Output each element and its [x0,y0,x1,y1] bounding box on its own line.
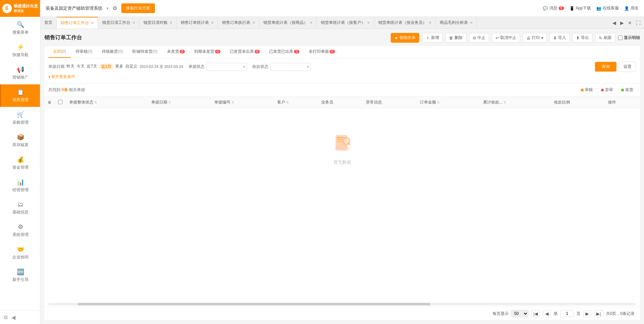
expand-button[interactable]: ▾ 展开更多条件 [48,74,636,80]
date-opt-more[interactable]: 更多 [115,64,123,70]
next-page-button[interactable]: ▶ [583,310,591,317]
table-scroll-area[interactable]: ⚙ 单据整体状态⇅ 单据日期⇅ 单据编号⇅ 客户⇅ 业务员 异常信息 订单金额⇅… [44,97,640,301]
filter-settings-button[interactable]: 设置 [619,62,636,72]
add-button[interactable]: ＋ 新增 [422,33,443,43]
tabs-fullscreen-icon[interactable]: ⛶ [635,19,642,26]
sort-icon[interactable]: ⇅ [437,101,440,104]
sidebar-item-operation[interactable]: 📊 经营管理 [0,174,40,197]
export-button[interactable]: ⬆ 导出 [572,33,593,43]
tabs-prev-icon[interactable]: ◀ [611,19,617,26]
stop-button[interactable]: ⊘ 中止 [469,33,489,43]
import-button[interactable]: ⬇ 导入 [550,33,570,43]
sidebar-item-sales[interactable]: 📋 销售管理 [0,84,40,107]
ship-button[interactable]: 发货 [618,86,636,94]
tab-home[interactable]: 首页 [40,17,57,29]
sidebar-item-purchase[interactable]: 🛒 采购管理 [0,107,40,129]
tab-goods-stats-staff[interactable]: 销货单统计表（按业务员） ✕ [374,17,436,29]
service-icon: 👥 [596,6,601,11]
date-opt-custom[interactable]: 自定义 [125,64,137,70]
app-download-item[interactable]: 📱 App下载 [569,5,591,11]
subtab-shipped-out[interactable]: 已发货已出库0 [264,46,304,58]
sidebar-item-quicknav[interactable]: ⚡ 快捷导航 [0,39,40,62]
print-button[interactable]: 🖨 打印 ▾ [523,33,547,43]
sidebar-item-search[interactable]: 🔍 搜索菜单 [0,17,40,39]
sort-icon[interactable]: ⇅ [94,101,97,104]
tab-close-icon[interactable]: ✕ [132,21,135,25]
page-input[interactable] [560,310,574,317]
tab-goods-stats-product[interactable]: 销货单统计表（按商品） ✕ [259,17,317,29]
tab-close-icon[interactable]: ✕ [252,21,255,25]
tab-close-icon[interactable]: ✕ [91,21,94,25]
first-page-button[interactable]: |◀ [531,310,540,317]
page-size-select[interactable]: 10 20 50 100 [511,310,528,317]
horizontal-scrollbar[interactable] [48,303,636,306]
tab-cash-daily[interactable]: 钱货日清工作台 ✕ [98,17,139,29]
sort-icon[interactable]: ⇅ [231,101,234,104]
topbar-right: 💬 消息 5 📱 App下载 👥 在线客服 👤 用友 [543,5,639,11]
sidebar-item-system[interactable]: ⚙ 系统管理 [0,219,40,242]
sort-icon[interactable]: ⇅ [168,101,171,104]
prev-page-button[interactable]: ◀ [543,310,551,317]
collapse-icon[interactable]: ◀ [11,314,15,321]
tab-close-icon[interactable]: ✕ [211,21,214,25]
sidebar-item-marketing[interactable]: 📢 营销推广 [0,62,40,84]
date-opt-7days[interactable]: 近7天 [87,64,97,70]
delete-button[interactable]: 🗑 删除 [445,33,466,43]
tab-sales-workbench[interactable]: 销售订单工作台 ✕ [57,17,98,29]
tab-close-icon[interactable]: ✕ [470,21,473,25]
subtab-all[interactable]: 全部(0) [48,46,71,58]
payment-select[interactable] [270,63,311,71]
tab-sales-exec[interactable]: 销售订单执行表 ✕ [218,17,259,29]
unreviewed-button[interactable]: 弃审 [598,86,616,94]
tab-close-icon[interactable]: ✕ [170,21,172,25]
sidebar-item-inventory[interactable]: 📦 库存核算 [0,129,40,152]
refresh-button[interactable]: ↻ 刷新 [595,33,615,43]
filter-area: 单据日期 昨天 今天 近7天 近1月 更多 自定义 2023-02-24 至 2… [44,58,640,83]
sales-icon: 📋 [17,88,24,96]
cancel-stop-button[interactable]: ↩ 取消中止 [492,33,520,43]
sidebar-item-basic[interactable]: 🗂 基础信息 [0,197,40,219]
user-item[interactable]: 👤 用友 [624,5,639,11]
subtab-not-printed[interactable]: 未打印单据0 [304,46,340,58]
date-opt-yesterday[interactable]: 昨天 [67,64,75,70]
date-opt-today[interactable]: 今天 [77,64,85,70]
last-page-button[interactable]: ▶| [594,310,603,317]
tab-cash-reconcile[interactable]: 钱货日清对账 ✕ [139,17,177,29]
subtab-pending[interactable]: 待审核(0) [71,46,97,58]
tab-close-icon[interactable]: ✕ [310,21,312,25]
service-item[interactable]: 👥 在线客服 [596,5,619,11]
tab-goods-stats-customer[interactable]: 销货单统计表（按客户） ✕ [317,17,374,29]
col-settings-icon[interactable]: ⚙ [48,100,51,105]
trial-button[interactable]: 体验行业方案 [121,3,155,13]
tab-goods-margin[interactable]: 商品毛利分析表 ✕ [436,17,477,29]
show-detail-checkbox[interactable]: 显示明细 [618,35,640,41]
scrollbar-thumb[interactable] [78,303,430,306]
review-button[interactable]: 审核 [578,86,596,94]
settings-icon[interactable]: ⚙ [3,314,8,321]
tab-sales-stats[interactable]: 销售订单统计表 ✕ [177,17,218,29]
tab-close-icon[interactable]: ✕ [367,21,370,25]
date-opt-1month[interactable]: 近1月 [99,64,114,70]
message-item[interactable]: 💬 消息 5 [543,5,564,11]
sidebar-item-finance[interactable]: 💰 资金管理 [0,152,40,174]
subtab-pending-inspect[interactable]: 待拣验货(0) [97,46,128,58]
sidebar-item-guide[interactable]: 🆕 新手引导 [0,264,40,287]
toolbar: ★ 智能生单 ＋ 新增 🗑 删除 ⊘ 中止 ↩ 取消中止 [391,33,640,43]
tabs-next-icon[interactable]: ▶ [619,19,625,26]
status-select-wrap [207,63,247,71]
subtab-not-shipped[interactable]: 未发货0 [162,46,190,58]
tabs-navigation: ◀ ▶ ✕ ⛶ [609,19,644,26]
subtab-overdue[interactable]: 到期未发货0 [189,46,225,58]
tab-close-icon[interactable]: ✕ [429,21,431,25]
sort-icon[interactable]: ⇅ [504,101,506,104]
query-button[interactable]: 查询 [595,62,616,72]
topbar-settings-icon[interactable]: ⚙ [113,5,117,11]
status-select[interactable] [207,63,247,71]
select-all-checkbox[interactable] [58,100,62,104]
subtab-shipped-not-out[interactable]: 已发货未出库0 [225,46,265,58]
sort-icon[interactable]: ⇅ [286,101,289,104]
sidebar-item-enterprise[interactable]: 🤝 企业协同 [0,242,40,264]
tabs-close-all-icon[interactable]: ✕ [627,19,633,26]
smart-create-button[interactable]: ★ 智能生单 [391,33,419,43]
subtab-wangpu[interactable]: 旺铺待发货(0) [128,46,162,58]
